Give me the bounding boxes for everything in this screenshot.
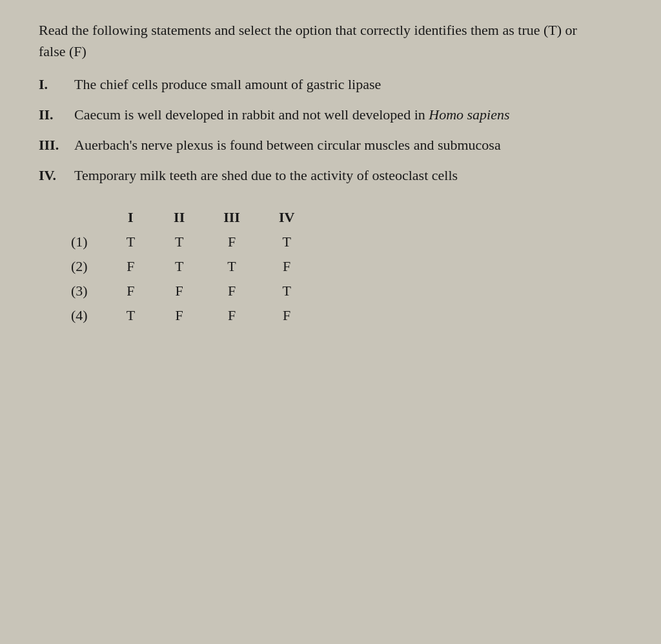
answer-table: I II III IV (1) T T F T (2) F T: [65, 205, 314, 328]
option-4-col-I: T: [107, 303, 154, 328]
option-4-col-III: F: [204, 303, 259, 328]
option-3-col-II: F: [154, 279, 204, 303]
text-3: Auerbach's nerve plexus is found between…: [74, 134, 594, 156]
option-3-col-IV: T: [259, 279, 314, 303]
intro-paragraph: Read the following statements and select…: [39, 19, 594, 62]
table-row: (3) F F F T: [65, 279, 314, 303]
option-4-label: (4): [65, 303, 107, 328]
option-3-label: (3): [65, 279, 107, 303]
header-col-IV: IV: [259, 205, 314, 230]
table-row: (1) T T F T: [65, 230, 314, 254]
text-4: Temporary milk teeth are shed due to the…: [74, 165, 594, 186]
option-4-col-II: F: [154, 303, 204, 328]
content-wrapper: Read the following statements and select…: [39, 19, 594, 328]
option-1-label: (1): [65, 230, 107, 254]
text-2: Caecum is well developed in rabbit and n…: [74, 104, 594, 125]
header-col-III: III: [204, 205, 259, 230]
statements-list: I. The chief cells produce small amount …: [39, 74, 594, 186]
option-1-col-III: F: [204, 230, 259, 254]
header-empty: [65, 205, 107, 230]
numeral-2: II.: [39, 104, 74, 125]
header-col-I: I: [107, 205, 154, 230]
option-1-col-II: T: [154, 230, 204, 254]
table-header-row: I II III IV: [65, 205, 314, 230]
table-row: (2) F T T F: [65, 254, 314, 279]
numeral-3: III.: [39, 134, 74, 156]
statement-4: IV. Temporary milk teeth are shed due to…: [39, 165, 594, 186]
option-3-col-III: F: [204, 279, 259, 303]
option-2-col-III: T: [204, 254, 259, 279]
header-col-II: II: [154, 205, 204, 230]
option-1-col-I: T: [107, 230, 154, 254]
option-1-col-IV: T: [259, 230, 314, 254]
option-3-col-I: F: [107, 279, 154, 303]
table-row: (4) T F F F: [65, 303, 314, 328]
option-4-col-IV: F: [259, 303, 314, 328]
statement-1: I. The chief cells produce small amount …: [39, 74, 594, 95]
answer-table-wrapper: I II III IV (1) T T F T (2) F T: [39, 205, 594, 328]
numeral-4: IV.: [39, 165, 74, 186]
option-2-col-II: T: [154, 254, 204, 279]
option-2-col-I: F: [107, 254, 154, 279]
numeral-1: I.: [39, 74, 74, 95]
statement-2: II. Caecum is well developed in rabbit a…: [39, 104, 594, 125]
option-2-label: (2): [65, 254, 107, 279]
text-1: The chief cells produce small amount of …: [74, 74, 594, 95]
statement-3: III. Auerbach's nerve plexus is found be…: [39, 134, 594, 156]
option-2-col-IV: F: [259, 254, 314, 279]
